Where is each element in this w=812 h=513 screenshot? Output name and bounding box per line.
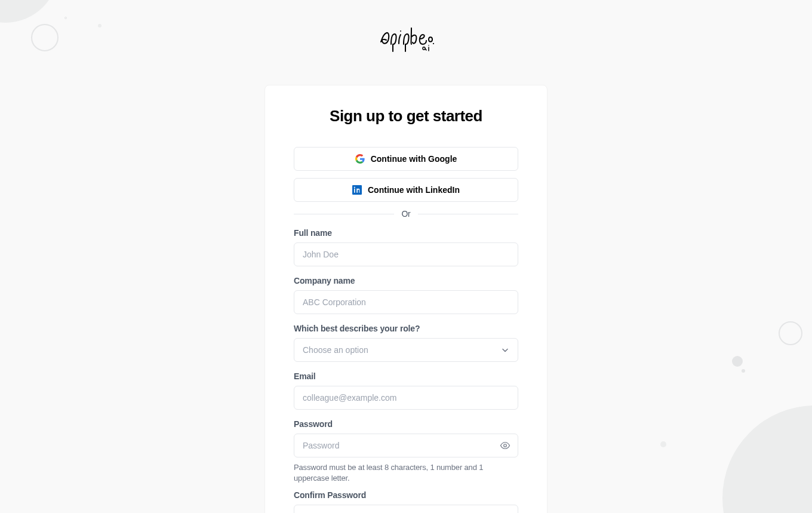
- eye-icon: [500, 440, 510, 451]
- role-label: Which best describes your role?: [294, 324, 518, 333]
- svg-point-2: [428, 45, 429, 46]
- full-name-input[interactable]: [294, 242, 518, 266]
- or-divider-text: Or: [401, 209, 410, 219]
- continue-with-linkedin-button[interactable]: Continue with LinkedIn: [294, 178, 518, 202]
- continue-with-google-button[interactable]: Continue with Google: [294, 147, 518, 171]
- google-button-label: Continue with Google: [371, 154, 457, 164]
- role-select[interactable]: Choose an option: [294, 338, 518, 362]
- page-title: Sign up to get started: [294, 107, 518, 125]
- svg-point-0: [400, 30, 401, 32]
- signup-card: Sign up to get started Continue with Goo…: [264, 85, 548, 513]
- brand-logo: [378, 24, 434, 54]
- company-name-input[interactable]: [294, 290, 518, 314]
- linkedin-icon: [352, 185, 362, 195]
- password-help-text: Password must be at least 8 characters, …: [294, 462, 518, 483]
- google-icon: [355, 154, 365, 164]
- confirm-password-label: Confirm Password: [294, 490, 518, 500]
- password-label: Password: [294, 419, 518, 429]
- company-name-label: Company name: [294, 276, 518, 285]
- svg-point-1: [433, 43, 434, 44]
- email-input[interactable]: [294, 386, 518, 410]
- toggle-confirm-password-visibility-button[interactable]: [498, 509, 512, 513]
- toggle-password-visibility-button[interactable]: [498, 438, 512, 453]
- or-divider: Or: [294, 209, 518, 219]
- svg-point-4: [504, 444, 507, 447]
- confirm-password-input[interactable]: [294, 505, 518, 513]
- email-label: Email: [294, 371, 518, 381]
- linkedin-button-label: Continue with LinkedIn: [368, 185, 460, 195]
- password-input[interactable]: [294, 434, 518, 457]
- full-name-label: Full name: [294, 228, 518, 238]
